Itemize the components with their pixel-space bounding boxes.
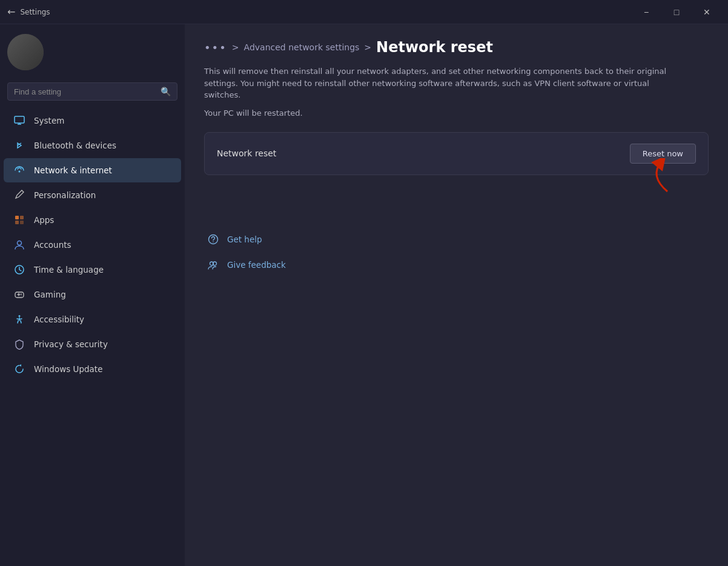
titlebar-title: Settings [20,8,50,16]
svg-rect-5 [20,216,24,219]
content-area: ••• > Advanced network settings > Networ… [185,24,728,566]
sidebar-item-label: Apps [34,215,54,225]
help-links: Get help Give feedback [185,223,728,281]
description-text: This will remove then reinstall all your… [185,65,700,106]
titlebar-controls: − □ ✕ [632,2,721,22]
bluetooth-icon [13,139,25,151]
sidebar-item-update[interactable]: Windows Update [4,357,181,381]
sidebar-item-label: Privacy & security [34,339,108,349]
search-icon: 🔍 [160,87,171,96]
personalization-icon [13,189,25,201]
titlebar-left: ← Settings [7,6,50,18]
sidebar-item-label: Personalization [34,190,96,200]
system-icon [13,115,25,127]
svg-point-12 [21,296,22,296]
sidebar-item-accounts[interactable]: Accounts [4,233,181,257]
red-arrow-svg [619,158,680,195]
svg-point-11 [21,294,22,295]
sidebar-item-system[interactable]: System [4,108,181,133]
svg-rect-7 [20,221,24,224]
sidebar-item-label: Bluetooth & devices [34,141,116,150]
sidebar-item-time[interactable]: Time & language [4,258,181,282]
privacy-icon [13,338,25,350]
sidebar-item-label: Accessibility [34,315,84,324]
app-container: 🔍 System [0,24,728,566]
get-help-icon [207,233,220,246]
network-icon [13,164,25,176]
svg-rect-0 [15,116,24,123]
titlebar: ← Settings − □ ✕ [0,0,728,24]
breadcrumb-sep2: > [364,42,371,52]
breadcrumb: ••• > Advanced network settings > Networ… [185,24,728,65]
sidebar-item-accessibility[interactable]: Accessibility [4,307,181,331]
sidebar-item-label: System [34,116,64,125]
svg-rect-6 [15,221,19,224]
sidebar-item-privacy[interactable]: Privacy & security [4,332,181,356]
sidebar: 🔍 System [0,24,185,566]
avatar [7,34,44,70]
accessibility-icon [13,313,25,325]
time-icon [13,264,25,276]
sidebar-item-bluetooth[interactable]: Bluetooth & devices [4,133,181,158]
svg-point-3 [19,171,21,173]
breadcrumb-link[interactable]: Advanced network settings [244,42,360,52]
avatar-image [7,34,44,70]
sidebar-item-network[interactable]: Network & internet [4,158,181,182]
sidebar-item-personalization[interactable]: Personalization [4,183,181,207]
search-box[interactable]: 🔍 [7,82,177,101]
get-help-link[interactable]: Get help [204,228,709,251]
update-icon [13,363,25,375]
give-feedback-link[interactable]: Give feedback [204,253,709,276]
sidebar-item-label: Time & language [34,265,104,275]
get-help-label: Get help [227,235,262,244]
sidebar-item-label: Windows Update [34,364,102,374]
page-title: Network reset [376,39,493,56]
svg-rect-4 [15,216,19,219]
sidebar-item-label: Accounts [34,240,71,250]
close-button[interactable]: ✕ [693,2,721,22]
search-input[interactable] [14,87,156,96]
svg-point-13 [19,315,21,317]
give-feedback-label: Give feedback [227,260,286,270]
arrow-annotation [204,190,709,223]
accounts-icon [13,239,25,251]
give-feedback-icon [207,258,220,271]
gaming-icon [13,288,25,301]
maximize-button[interactable]: □ [663,2,690,22]
sidebar-item-apps[interactable]: Apps [4,208,181,232]
reset-card-label: Network reset [217,148,276,158]
svg-point-15 [213,241,214,242]
breadcrumb-dots[interactable]: ••• [204,41,227,54]
back-icon[interactable]: ← [7,6,15,18]
minimize-button[interactable]: − [632,2,660,22]
svg-point-14 [209,235,218,244]
apps-icon [13,214,25,226]
svg-point-8 [18,241,22,245]
sidebar-item-gaming[interactable]: Gaming [4,282,181,307]
user-profile [0,24,185,78]
sidebar-nav: System Bluetooth & devices [0,108,185,382]
breadcrumb-sep1: > [232,42,239,52]
restart-note: Your PC will be restarted. [185,106,728,132]
sidebar-item-label: Gaming [34,290,66,299]
sidebar-item-label: Network & internet [34,165,112,175]
